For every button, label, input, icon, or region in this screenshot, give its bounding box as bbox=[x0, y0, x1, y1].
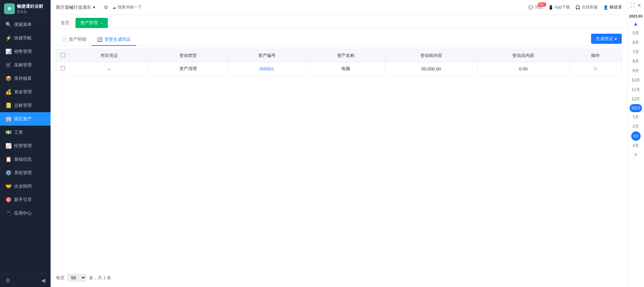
panel-year-label: 2023.03 bbox=[627, 13, 644, 20]
col-header-asset-name: 资产名称 bbox=[306, 49, 385, 62]
sidebar-item-search[interactable]: 🔍 搜索菜单 bbox=[0, 18, 51, 31]
delete-icon[interactable]: 🗑 bbox=[593, 66, 598, 71]
row-change-type: 资产清理 bbox=[149, 62, 227, 75]
sidebar-item-fixed-assets[interactable]: 🏢 固定资产 bbox=[0, 112, 51, 126]
asset-management-tab[interactable]: 资产管理 × bbox=[75, 18, 108, 28]
funds-icon: 💰 bbox=[5, 89, 11, 95]
sidebar-item-enterprise[interactable]: 🤝 企业协同 bbox=[0, 180, 51, 193]
month-9[interactable]: 9月 bbox=[630, 66, 642, 75]
panel-scroll-down[interactable]: ▼ bbox=[627, 151, 644, 159]
table-body: -- 资产清理 000001 电脑 50,000.00 0.00 🗑 bbox=[56, 62, 622, 75]
quick-nav-icon: ⚡ bbox=[5, 35, 11, 41]
sales-label: 销售管理 bbox=[14, 49, 32, 55]
row-before-content: 50,000.00 bbox=[385, 62, 478, 75]
change-voucher-label: 变更生成凭证 bbox=[104, 36, 131, 42]
sidebar-item-funds[interactable]: 💰 资金管理 bbox=[0, 85, 51, 99]
month-2[interactable]: 2月 bbox=[630, 122, 642, 131]
app-center-label: 应用中心 bbox=[14, 210, 32, 216]
fixed-assets-label: 固定资产 bbox=[14, 116, 32, 122]
table-header-row: 对应凭证 变动类型 资产编号 资产名称 变动前内容 变动后内容 操作 bbox=[56, 49, 622, 62]
sub-tabs: 📄 资产明细 🔄 变更生成凭证 bbox=[56, 34, 622, 46]
row-action: 🗑 bbox=[570, 62, 622, 75]
sidebar-item-sales[interactable]: 📊 销售管理 bbox=[0, 45, 51, 58]
experience-button[interactable]: ☁ 我要体验一下 bbox=[112, 4, 142, 10]
app-logo-icon: 畅 bbox=[4, 3, 15, 14]
basic-info-label: 基础信息 bbox=[14, 156, 32, 162]
right-panel-expand-icon[interactable]: ⛶ bbox=[630, 3, 635, 8]
purchase-label: 采购管理 bbox=[14, 62, 32, 68]
guide-label: 新手引导 bbox=[14, 197, 32, 203]
total-label: 条，共 1 条 bbox=[89, 275, 111, 281]
user-menu[interactable]: 👤 畅捷通 bbox=[603, 4, 622, 10]
month-6[interactable]: 6月 bbox=[630, 38, 642, 47]
message-button[interactable]: 💬 消息 99+ bbox=[528, 4, 543, 10]
gear-icon[interactable]: ⚙ bbox=[104, 4, 108, 10]
sidebar-item-basic-info[interactable]: 📋 基础信息 bbox=[0, 153, 51, 166]
asset-detail-tab[interactable]: 📄 资产明细 bbox=[56, 34, 92, 46]
app-download-button[interactable]: 📱 App下载 bbox=[548, 4, 570, 10]
month-3-active[interactable]: 3月 bbox=[631, 131, 641, 141]
funds-label: 资金管理 bbox=[14, 89, 32, 95]
month-7[interactable]: 7月 bbox=[630, 47, 642, 57]
month-4[interactable]: 4月 bbox=[630, 141, 642, 150]
panel-scroll-up[interactable]: ▲ bbox=[627, 20, 644, 28]
app-name: 畅捷通好业财 bbox=[17, 3, 43, 9]
sidebar: 畅 畅捷通好业财 普及版 🔍 搜索菜单 ⚡ 快捷导航 📊 销售管理 🛒 采购管理… bbox=[0, 0, 51, 287]
data-table-wrapper: 对应凭证 变动类型 资产编号 资产名称 变动前内容 变动后内容 操作 -- 资产… bbox=[56, 49, 622, 75]
operations-icon: 📈 bbox=[5, 143, 11, 149]
home-tab[interactable]: 首页 bbox=[56, 18, 74, 28]
search-icon: 🔍 bbox=[5, 22, 11, 28]
service-label: 在线客服 bbox=[582, 4, 598, 10]
row-voucher: -- bbox=[70, 62, 149, 75]
select-all-checkbox[interactable] bbox=[61, 53, 65, 57]
company-selector[interactable]: 医疗器械行业演示 ▾ bbox=[56, 4, 95, 10]
sidebar-item-inventory[interactable]: 📦 库存核算 bbox=[0, 72, 51, 85]
col-header-after: 变动后内容 bbox=[477, 49, 570, 62]
sidebar-item-app-center[interactable]: 📱 应用中心 bbox=[0, 206, 51, 220]
user-avatar-icon: 👤 bbox=[603, 5, 608, 10]
tab-close-icon[interactable]: × bbox=[101, 21, 103, 25]
experience-icon: ☁ bbox=[112, 5, 116, 10]
asset-tab-label: 资产管理 bbox=[80, 20, 98, 25]
asset-detail-icon: 📄 bbox=[61, 37, 67, 42]
generate-voucher-button[interactable]: 生成凭证 ▾ bbox=[591, 34, 622, 44]
sidebar-item-guide[interactable]: 🎯 新手引导 bbox=[0, 193, 51, 206]
sidebar-item-system[interactable]: ⚙️ 系统管理 bbox=[0, 166, 51, 180]
right-panel-close-icon[interactable]: ✕ bbox=[637, 3, 641, 8]
change-voucher-tab[interactable]: 🔄 变更生成凭证 bbox=[92, 34, 136, 46]
sidebar-item-salary[interactable]: 💵 工资 bbox=[0, 126, 51, 139]
month-5[interactable]: 5月 bbox=[630, 29, 642, 38]
sidebar-logo: 畅 畅捷通好业财 普及版 bbox=[0, 0, 51, 18]
sidebar-item-general-ledger[interactable]: 📒 总账管理 bbox=[0, 99, 51, 112]
year-2023-badge[interactable]: 2023 bbox=[630, 104, 642, 112]
page-size-select[interactable]: 50 10 20 100 bbox=[67, 274, 86, 282]
topbar-right: 💬 消息 99+ 📱 App下载 🎧 在线客服 👤 畅捷通 bbox=[528, 4, 622, 10]
month-8[interactable]: 8月 bbox=[630, 57, 642, 66]
month-1[interactable]: 1月 bbox=[630, 113, 642, 122]
sidebar-item-quick-nav[interactable]: ⚡ 快捷导航 bbox=[0, 31, 51, 45]
table-row: -- 资产清理 000001 电脑 50,000.00 0.00 🗑 bbox=[56, 62, 622, 75]
row-asset-no: 000001 bbox=[227, 62, 306, 75]
sidebar-item-operations[interactable]: 📈 经营管理 bbox=[0, 139, 51, 153]
collapse-icon[interactable]: ◀ bbox=[41, 277, 45, 284]
month-12[interactable]: 12月 bbox=[630, 95, 642, 104]
system-icon: ⚙️ bbox=[5, 170, 11, 176]
sidebar-item-purchase[interactable]: 🛒 采购管理 bbox=[0, 58, 51, 72]
home-tab-label: 首页 bbox=[61, 20, 69, 25]
month-11[interactable]: 11月 bbox=[630, 85, 642, 94]
company-name: 医疗器械行业演示 bbox=[56, 4, 91, 10]
table-header-checkbox bbox=[56, 49, 70, 62]
online-service-button[interactable]: 🎧 在线客服 bbox=[575, 4, 598, 10]
page-content: 📄 资产明细 🔄 变更生成凭证 生成凭证 ▾ 对应凭证 bbox=[51, 28, 627, 287]
sidebar-nav: 🔍 搜索菜单 ⚡ 快捷导航 📊 销售管理 🛒 采购管理 📦 库存核算 💰 资金管… bbox=[0, 18, 51, 274]
pagination: 每页 50 10 20 100 条，共 1 条 bbox=[56, 274, 111, 282]
fixed-assets-icon: 🏢 bbox=[5, 116, 11, 122]
month-10[interactable]: 10月 bbox=[630, 76, 642, 85]
generate-label: 生成凭证 bbox=[596, 36, 613, 42]
message-badge: 99+ bbox=[538, 2, 546, 7]
settings-icon[interactable]: ⚙ bbox=[5, 277, 10, 284]
row-asset-name: 电脑 bbox=[306, 62, 385, 75]
inventory-icon: 📦 bbox=[5, 75, 11, 82]
experience-label: 我要体验一下 bbox=[118, 4, 142, 10]
row-checkbox-0[interactable] bbox=[61, 66, 65, 70]
